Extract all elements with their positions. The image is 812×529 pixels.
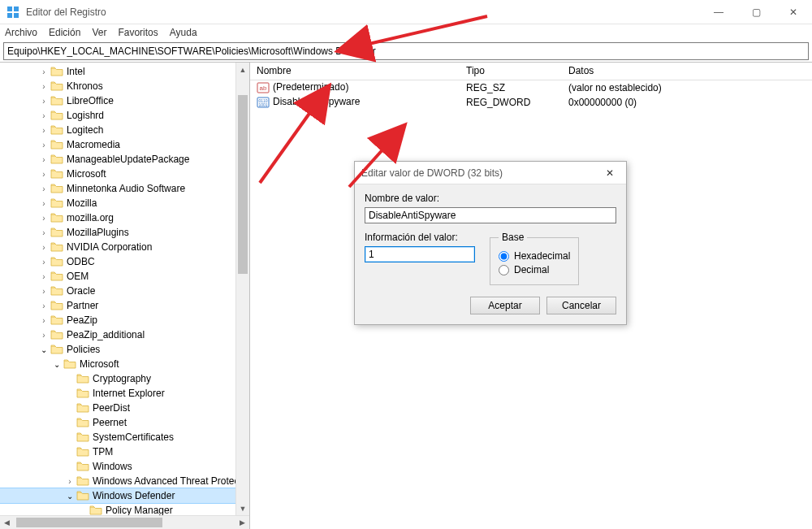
value-name: DisableAntiSpyware xyxy=(273,96,360,107)
tree-item[interactable]: ⌄Microsoft xyxy=(0,357,249,371)
chevron-right-icon[interactable]: › xyxy=(39,169,49,179)
dialog-titlebar[interactable]: Editar valor de DWORD (32 bits) ✕ xyxy=(355,162,626,184)
tree-item[interactable]: ›MozillaPlugins xyxy=(0,225,249,240)
chevron-right-icon[interactable]: › xyxy=(39,96,49,106)
tree-item[interactable]: ›Logishrd xyxy=(0,108,249,123)
chevron-right-icon[interactable]: › xyxy=(39,286,49,296)
svg-text:ab: ab xyxy=(260,85,267,92)
app-icon xyxy=(6,6,19,19)
chevron-right-icon[interactable]: › xyxy=(39,257,49,267)
menu-help[interactable]: Ayuda xyxy=(170,27,197,38)
menu-edit[interactable]: Edición xyxy=(49,27,80,38)
dialog-close-icon[interactable]: ✕ xyxy=(594,162,626,184)
column-data[interactable]: Datos xyxy=(562,63,812,80)
cancel-button[interactable]: Cancelar xyxy=(546,297,616,314)
chevron-right-icon[interactable]: › xyxy=(39,81,49,91)
chevron-right-icon[interactable]: › xyxy=(39,213,49,223)
tree-item[interactable]: TPM xyxy=(0,444,249,459)
menu-view[interactable]: Ver xyxy=(92,27,106,38)
tree-item[interactable]: ›Khronos xyxy=(0,79,249,93)
value-name-field[interactable] xyxy=(365,207,616,223)
radio-decimal[interactable]: Decimal xyxy=(499,264,570,275)
chevron-right-icon[interactable]: › xyxy=(39,242,49,252)
tree-item[interactable]: ›OEM xyxy=(0,269,249,284)
tree-item[interactable]: ›Macromedia xyxy=(0,137,249,152)
chevron-right-icon[interactable]: › xyxy=(39,198,49,208)
tree-item[interactable]: Peernet xyxy=(0,415,249,430)
ok-button[interactable]: Aceptar xyxy=(470,297,540,314)
value-data-field[interactable] xyxy=(365,246,475,262)
tree-item[interactable]: ›ODBC xyxy=(0,254,249,269)
chevron-right-icon[interactable]: › xyxy=(39,228,49,237)
tree-item[interactable]: ›LibreOffice xyxy=(0,93,249,108)
tree-item[interactable]: SystemCertificates xyxy=(0,430,249,444)
chevron-right-icon[interactable]: › xyxy=(39,271,49,281)
close-button[interactable]: ✕ xyxy=(775,0,812,24)
chevron-down-icon[interactable]: ⌄ xyxy=(65,491,75,501)
menu-favorites[interactable]: Favoritos xyxy=(118,27,158,38)
column-type[interactable]: Tipo xyxy=(460,63,562,80)
tree-item[interactable]: Windows xyxy=(0,459,249,474)
tree-item[interactable]: ›PeaZip_additional xyxy=(0,327,249,342)
tree-item[interactable]: ›Microsoft xyxy=(0,167,249,181)
scroll-right-icon[interactable]: ▶ xyxy=(235,516,249,529)
tree-item[interactable]: ›Oracle xyxy=(0,284,249,298)
chevron-right-icon[interactable]: › xyxy=(39,67,49,76)
chevron-right-icon[interactable]: › xyxy=(39,125,49,135)
tree-item[interactable]: ›Mozilla xyxy=(0,196,249,210)
edit-dword-dialog: Editar valor de DWORD (32 bits) ✕ Nombre… xyxy=(354,161,627,325)
tree-item[interactable]: ›NVIDIA Corporation xyxy=(0,240,249,254)
menu-file[interactable]: Archivo xyxy=(5,27,37,38)
tree-item[interactable]: ›Intel xyxy=(0,64,249,79)
tree-item[interactable]: ›PeaZip xyxy=(0,313,249,327)
value-row[interactable]: 01101001DisableAntiSpywareREG_DWORD0x000… xyxy=(250,95,812,110)
tree-item-label: Minnetonka Audio Software xyxy=(67,183,185,194)
chevron-right-icon[interactable]: › xyxy=(39,301,49,310)
scroll-thumb[interactable] xyxy=(238,95,248,274)
column-name[interactable]: Nombre xyxy=(250,63,460,80)
tree-item[interactable]: ›ManageableUpdatePackage xyxy=(0,152,249,167)
value-row[interactable]: ab(Predeterminado)REG_SZ(valor no establ… xyxy=(250,80,812,95)
radio-hexadecimal[interactable]: Hexadecimal xyxy=(499,250,570,262)
chevron-right-icon[interactable]: › xyxy=(39,111,49,120)
tree-item[interactable]: ›Partner xyxy=(0,298,249,313)
registry-tree[interactable]: ›Intel›Khronos›LibreOffice›Logishrd›Logi… xyxy=(0,64,249,529)
tree-item[interactable]: ›mozilla.org xyxy=(0,210,249,225)
scroll-up-icon[interactable]: ▲ xyxy=(236,63,249,76)
chevron-right-icon[interactable]: › xyxy=(39,140,49,150)
scroll-down-icon[interactable]: ▼ xyxy=(236,501,249,515)
radio-dec-input[interactable] xyxy=(499,265,509,275)
folder-icon xyxy=(76,402,89,414)
tree-item[interactable]: Cryptography xyxy=(0,371,249,386)
maximize-button[interactable]: ▢ xyxy=(737,0,775,24)
tree-item[interactable]: ⌄Windows Defender xyxy=(0,488,249,503)
scroll-left-icon[interactable]: ◀ xyxy=(0,516,14,529)
chevron-right-icon[interactable]: › xyxy=(39,330,49,340)
svg-rect-0 xyxy=(7,7,12,11)
tree-item[interactable]: ⌄Policies xyxy=(0,342,249,357)
radio-hex-input[interactable] xyxy=(499,251,509,262)
chevron-right-icon[interactable]: › xyxy=(39,184,49,193)
chevron-right-icon[interactable]: › xyxy=(39,154,49,164)
tree-item[interactable]: Internet Explorer xyxy=(0,386,249,401)
tree-scrollbar-vertical[interactable]: ▲ ▼ xyxy=(235,63,249,515)
tree-item[interactable]: ›Minnetonka Audio Software xyxy=(0,181,249,196)
tree-item[interactable]: ›Windows Advanced Threat Protect xyxy=(0,474,249,488)
chevron-right-icon[interactable]: › xyxy=(65,476,75,486)
tree-item-label: Macromedia xyxy=(67,139,120,150)
minimize-button[interactable]: — xyxy=(700,0,737,24)
base-fieldset: Base Hexadecimal Decimal xyxy=(490,232,579,285)
chevron-down-icon[interactable]: ⌄ xyxy=(39,345,49,354)
list-body[interactable]: ab(Predeterminado)REG_SZ(valor no establ… xyxy=(250,80,812,110)
tree-scrollbar-horizontal[interactable]: ◀ ▶ xyxy=(0,515,249,529)
chevron-right-icon[interactable]: › xyxy=(39,315,49,325)
tree-item[interactable]: ›Logitech xyxy=(0,123,249,137)
address-bar[interactable] xyxy=(3,42,809,60)
chevron-down-icon[interactable]: ⌄ xyxy=(52,359,62,369)
tree-item[interactable]: PeerDist xyxy=(0,401,249,415)
scroll-thumb-h[interactable] xyxy=(16,518,162,527)
value-type: REG_DWORD xyxy=(460,97,562,108)
tree-item-label: ODBC xyxy=(67,256,95,267)
address-input[interactable] xyxy=(4,44,808,59)
tree-item-label: SystemCertificates xyxy=(93,431,174,443)
